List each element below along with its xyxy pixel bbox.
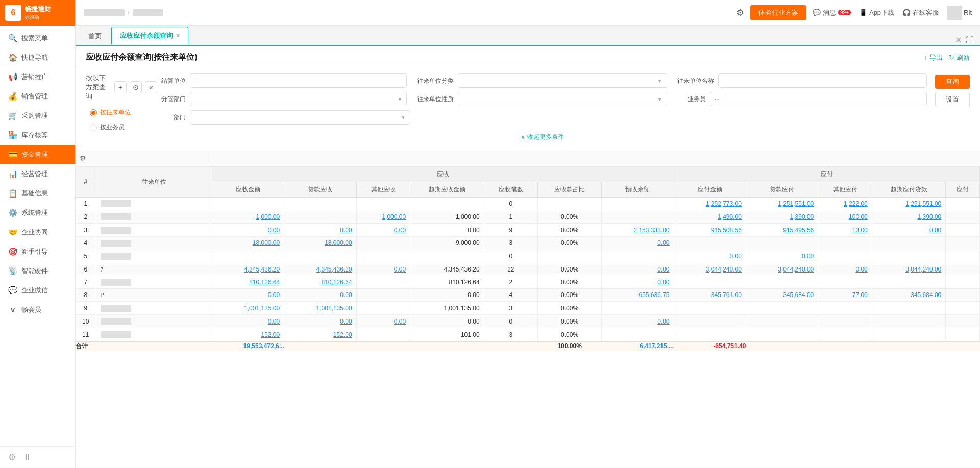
scheme-settings-btn[interactable]: ⊙	[130, 81, 142, 93]
partner-nature-select[interactable]: ▼	[458, 92, 667, 106]
salesperson-label: 业务员	[677, 95, 706, 104]
inventory-icon: 🏪	[8, 131, 17, 140]
division-select[interactable]: ▼	[190, 92, 407, 106]
td-ar-other	[356, 197, 410, 210]
sidebar-item-inventory[interactable]: 🏪 库存核算	[0, 126, 75, 145]
td-advance	[602, 328, 674, 341]
add-scheme-btn[interactable]: +	[114, 81, 127, 93]
td-num: 6	[76, 263, 96, 276]
td-ap-other: 1,222.00	[818, 197, 872, 210]
tab-close-icon[interactable]: ×	[176, 32, 180, 39]
td-partner	[96, 315, 212, 328]
td-advance	[602, 197, 674, 210]
td-ap-loan: 1,251,551.00	[746, 197, 818, 210]
salesperson-input[interactable]: ···	[710, 92, 927, 106]
search-left: 按以下方案查询 + ⊙ « 按往来单位	[86, 73, 157, 134]
set-button[interactable]: 设置	[935, 92, 970, 107]
td-ap-extra	[946, 224, 980, 237]
th-ap-loan: 贷款应付	[746, 182, 818, 197]
td-ar-amount: 18,000.00	[212, 236, 284, 250]
field-partner-name: 往来单位名称	[677, 73, 927, 88]
page-content: 应收应付余额查询(按往来单位) ↑ 导出 ↻ 刷新 按以下方案查询	[76, 46, 980, 468]
sidebar-item-purchase[interactable]: 🛒 采购管理	[0, 106, 75, 126]
td-ap-amount: 0.00	[674, 250, 746, 263]
online-service-icon: 🎧	[902, 9, 911, 16]
total-row: 合计 19,553,472,6... 100.00% 6,417,215....…	[76, 341, 980, 351]
field-salesperson: 业务员 ···	[677, 92, 927, 106]
table-container[interactable]: ⚙ # 往来单位 应收 应付 应收金额 贷款应收 其他应收 超期应收	[76, 150, 980, 468]
sidebar-item-hardware[interactable]: 📡 智能硬件	[0, 261, 75, 281]
td-ar-loan: 0.00	[284, 224, 356, 237]
option-by-partner[interactable]: 按往来单位	[86, 106, 157, 119]
member-icon: V	[8, 306, 17, 314]
settings-footer-icon[interactable]: ⚙	[8, 452, 16, 463]
sidebar-item-label: 系统管理	[21, 208, 48, 217]
app-download-btn[interactable]: 📱 App下载	[859, 8, 894, 17]
partner-category-select[interactable]: ▼	[458, 73, 667, 88]
online-service-btn[interactable]: 🎧 在线客服	[902, 8, 939, 17]
user-info[interactable]: Rit	[947, 6, 972, 20]
td-num: 9	[76, 302, 96, 315]
td-ap-other: 13.00	[818, 224, 872, 237]
window-maximize-icon[interactable]: ⛶	[966, 36, 974, 45]
window-close-icon[interactable]: ✕	[955, 35, 962, 45]
refresh-button[interactable]: ↻ 刷新	[949, 53, 970, 62]
query-button[interactable]: 查询	[935, 75, 970, 89]
tab-home[interactable]: 首页	[80, 27, 110, 45]
sidebar-item-wechat[interactable]: 💬 企业微信	[0, 281, 75, 300]
td-ap-overdue: 1,390.00	[872, 210, 946, 224]
th-payable-group: 应付	[674, 166, 979, 182]
td-advance	[602, 210, 674, 224]
sidebar-item-system[interactable]: ⚙️ 系统管理	[0, 203, 75, 223]
settlement-unit-input[interactable]: ···	[190, 73, 407, 88]
sidebar-item-finance[interactable]: 💳 资金管理	[0, 145, 75, 164]
th-partner: 往来单位	[96, 166, 212, 197]
breadcrumb: ›	[84, 9, 730, 17]
sidebar-item-sales[interactable]: 💰 销售管理	[0, 87, 75, 106]
td-ar-count: 3	[484, 302, 538, 315]
collapse-sidebar-icon[interactable]: ⏸	[22, 452, 32, 463]
department-select[interactable]: ▼	[190, 110, 410, 125]
td-ar-count: 0	[484, 315, 538, 328]
td-ar-loan	[284, 210, 356, 224]
header-settings-icon[interactable]: ⚙	[736, 7, 744, 18]
td-ar-ratio: 0.00%	[538, 210, 602, 224]
sidebar-item-basic-info[interactable]: 📋 基础信息	[0, 184, 75, 203]
sidebar-item-member[interactable]: V 畅会员	[0, 300, 75, 319]
partner-name-input[interactable]	[718, 73, 927, 88]
sidebar-item-label: 智能硬件	[21, 266, 48, 276]
query-btns: 查询 设置	[935, 75, 970, 107]
sidebar-item-operations[interactable]: 📊 经营管理	[0, 164, 75, 184]
table-row: 10 0.00 0.00 0.00 0.00 0 0.00% 0.00	[76, 315, 980, 328]
td-ar-loan	[284, 197, 356, 210]
sidebar-item-quicknav[interactable]: 🏠 快捷导航	[0, 48, 75, 67]
sidebar-item-guide[interactable]: 🎯 新手引导	[0, 242, 75, 261]
option-by-salesperson[interactable]: 按业务员	[86, 121, 157, 134]
export-button[interactable]: ↑ 导出	[924, 53, 943, 62]
sidebar-item-collab[interactable]: 🤝 企业协同	[0, 223, 75, 242]
total-ar-amount[interactable]: 19,553,472,6...	[212, 341, 284, 351]
td-ar-count: 0	[484, 197, 538, 210]
td-partner	[96, 224, 212, 237]
td-ap-loan	[746, 315, 818, 328]
sidebar: 6 畅捷通财 标准版 🔍 搜索菜单 🏠 快捷导航 📢 营销推广 💰 销售管理 🛒…	[0, 0, 76, 468]
td-ar-loan: 0.00	[284, 315, 356, 328]
table-row: 11 152.00 152.00 101.00 3 0.00%	[76, 328, 980, 341]
collapse-btn-small[interactable]: «	[145, 81, 157, 93]
tab-ar-ap[interactable]: 应收应付余额查询 ×	[111, 27, 188, 45]
notification-btn[interactable]: 💬 消息 99+	[813, 8, 851, 17]
field-settlement-unit: 结算单位 ···	[157, 73, 407, 88]
promo-button[interactable]: 体验行业方案	[750, 5, 806, 20]
sidebar-item-marketing[interactable]: 📢 营销推广	[0, 67, 75, 87]
logo-text: 畅捷通财	[24, 5, 51, 14]
td-ar-loan: 810,126.64	[284, 276, 356, 289]
td-ar-other: 0.00	[356, 263, 410, 276]
collapse-conditions-btn[interactable]: ∧ 收起更多条件	[157, 131, 927, 143]
total-advance[interactable]: 6,417,215....	[602, 341, 674, 351]
td-ap-amount	[674, 328, 746, 341]
td-ap-extra	[946, 276, 980, 289]
table-settings-cell[interactable]: ⚙	[76, 150, 212, 166]
td-advance	[602, 302, 674, 315]
td-ar-amount: 1,001,135.00	[212, 302, 284, 315]
sidebar-item-search[interactable]: 🔍 搜索菜单	[0, 29, 75, 48]
